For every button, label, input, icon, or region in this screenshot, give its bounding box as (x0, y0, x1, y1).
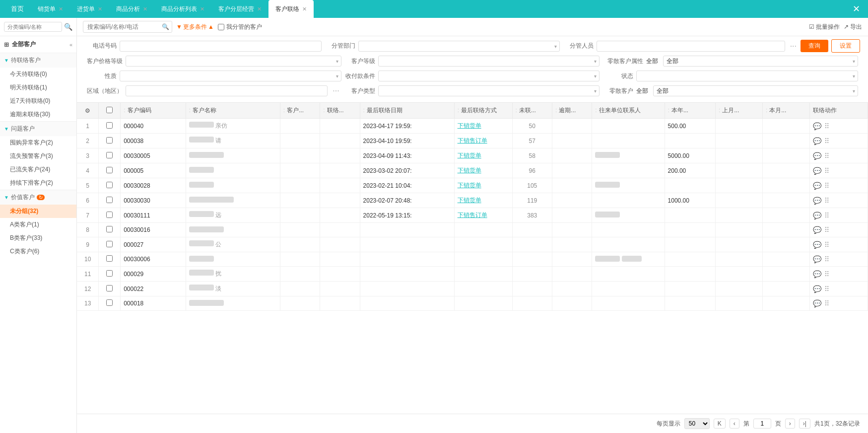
status-select[interactable] (636, 71, 858, 81)
price-level-select[interactable] (126, 56, 341, 67)
col-this-year[interactable]: :本年... (665, 103, 715, 119)
col-this-month[interactable]: :本月... (762, 103, 809, 119)
chat-icon[interactable]: 💬 (813, 270, 821, 278)
chat-icon[interactable]: 💬 (813, 182, 821, 190)
row-check[interactable] (99, 223, 121, 237)
sidebar-section-problem[interactable]: ▼ 问题客户 (0, 121, 76, 136)
col-last-date[interactable]: :最后联络日期 (360, 103, 454, 119)
col-check[interactable] (99, 103, 121, 119)
batch-ops-btn[interactable]: ☑ 批量操作 (809, 23, 840, 31)
col-last-month[interactable]: :上月... (715, 103, 762, 119)
row-check[interactable] (99, 193, 121, 208)
more-icon[interactable]: ⠿ (824, 182, 829, 190)
row-checkbox[interactable] (106, 122, 113, 129)
col-settings[interactable]: ⚙ (77, 103, 99, 119)
row-checkbox[interactable] (106, 255, 113, 262)
close-icon[interactable]: ✕ (98, 6, 102, 12)
row-check[interactable] (99, 178, 121, 193)
row-check[interactable] (99, 208, 121, 223)
sidebar-item-overdue[interactable]: 逾期未联络(30) (0, 108, 76, 121)
more-icon[interactable]: ⠿ (824, 226, 829, 234)
page-input[interactable] (753, 419, 771, 429)
row-check[interactable] (99, 252, 121, 267)
more-icon[interactable]: ⠿ (824, 212, 829, 219)
row-checkbox[interactable] (106, 182, 113, 188)
col-overdue[interactable]: :逾期... (552, 103, 592, 119)
sidebar-search-icon[interactable]: 🔍 (64, 23, 72, 31)
row-check[interactable] (99, 148, 121, 163)
col-unit-contact[interactable]: :往来单位联系人 (592, 103, 665, 119)
sidebar-item-hoarding[interactable]: 囤购异常客户(2) (0, 136, 76, 149)
chat-icon[interactable]: 💬 (813, 137, 821, 145)
nature-select[interactable] (120, 71, 341, 81)
first-page-btn[interactable]: K (714, 419, 726, 429)
sidebar-item-churn-warning[interactable]: 流失预警客户(3) (0, 149, 76, 163)
more-icon[interactable]: ⠿ (824, 152, 829, 160)
sidebar-item-ungrouped[interactable]: 未分组(32) (0, 205, 76, 218)
chevron-left-icon[interactable]: « (69, 42, 72, 48)
close-icon[interactable]: ✕ (59, 6, 63, 12)
chat-icon[interactable]: 💬 (813, 299, 821, 307)
chat-icon[interactable]: 💬 (813, 226, 821, 234)
customer-type-select[interactable] (378, 85, 600, 96)
more-icon[interactable]: ⠿ (824, 285, 829, 293)
more-icon[interactable]: ⠿ (824, 299, 829, 307)
last-way-link[interactable]: 下销售订单 (458, 137, 487, 144)
more-icon[interactable]: ⠿ (824, 241, 829, 249)
sidebar-search-input[interactable] (4, 22, 62, 32)
row-check[interactable] (99, 163, 121, 178)
sidebar-item-declining[interactable]: 持续下滑客户(2) (0, 176, 76, 190)
col-type[interactable]: :客户... (280, 103, 320, 119)
next-page-btn[interactable]: › (785, 419, 795, 429)
window-close-icon[interactable]: ✕ (849, 3, 864, 14)
select-all-checkbox[interactable] (106, 107, 113, 113)
manager-dots-icon[interactable]: ··· (788, 42, 799, 50)
more-icon[interactable]: ⠿ (824, 167, 829, 175)
row-checkbox[interactable] (106, 270, 113, 277)
chat-icon[interactable]: 💬 (813, 122, 821, 130)
chat-icon[interactable]: 💬 (813, 241, 821, 249)
more-conditions-btn[interactable]: ▼ 更多条件 ▲ (176, 23, 214, 31)
chat-icon[interactable]: 💬 (813, 197, 821, 205)
nav-tab-analysis[interactable]: 商品分析 ✕ (109, 0, 154, 18)
phone-input[interactable] (120, 41, 322, 52)
sidebar-item-class-b[interactable]: B类客户(33) (0, 231, 76, 245)
reset-button[interactable]: 设置 (831, 39, 860, 53)
more-icon[interactable]: ⠿ (824, 255, 829, 263)
nav-home[interactable]: 首页 (4, 0, 31, 18)
nav-tab-customer-contact[interactable]: 客户联络 ✕ (268, 0, 314, 18)
sidebar-all-customers[interactable]: ⊞ 全部客户 « (0, 36, 76, 53)
more-icon[interactable]: ⠿ (824, 270, 829, 278)
my-customers-checkbox[interactable]: 我分管的客户 (218, 23, 262, 31)
sidebar-item-7days[interactable]: 近7天待联络(0) (0, 94, 76, 108)
sidebar-section-pending[interactable]: ▼ 待联络客户 (0, 53, 76, 68)
chat-icon[interactable]: 💬 (813, 212, 821, 219)
region-input[interactable] (126, 85, 328, 96)
close-icon[interactable]: ✕ (302, 6, 307, 12)
row-check[interactable] (99, 267, 121, 282)
row-checkbox[interactable] (106, 226, 113, 232)
row-checkbox[interactable] (106, 299, 113, 306)
customer-level-select[interactable] (378, 56, 600, 67)
row-checkbox[interactable] (106, 152, 113, 158)
sidebar-item-class-c[interactable]: C类客户(6) (0, 245, 76, 258)
sidebar-item-class-a[interactable]: A类客户(1) (0, 218, 76, 231)
row-checkbox[interactable] (106, 285, 113, 291)
manager-input[interactable] (597, 41, 785, 52)
last-page-btn[interactable]: ›| (799, 419, 810, 429)
region-dots-icon[interactable]: ··· (331, 87, 341, 95)
prev-page-btn[interactable]: ‹ (730, 419, 739, 429)
sidebar-item-churned[interactable]: 已流失客户(24) (0, 163, 76, 176)
sidebar-item-today[interactable]: 今天待联络(0) (0, 68, 76, 81)
query-button[interactable]: 查询 (801, 40, 828, 52)
more-icon[interactable]: ⠿ (824, 122, 829, 130)
row-check[interactable] (99, 282, 121, 296)
col-code[interactable]: :客户编码 (121, 103, 186, 119)
nav-tab-customer-tier[interactable]: 客户分层经营 ✕ (211, 0, 268, 18)
export-btn[interactable]: ↗ 导出 (844, 23, 862, 31)
more-icon[interactable]: ⠿ (824, 197, 829, 205)
last-way-link[interactable]: 下销货单 (458, 182, 481, 189)
dept-select[interactable] (358, 41, 560, 52)
last-way-link[interactable]: 下销货单 (458, 197, 481, 204)
last-way-link[interactable]: 下销货单 (458, 167, 481, 174)
